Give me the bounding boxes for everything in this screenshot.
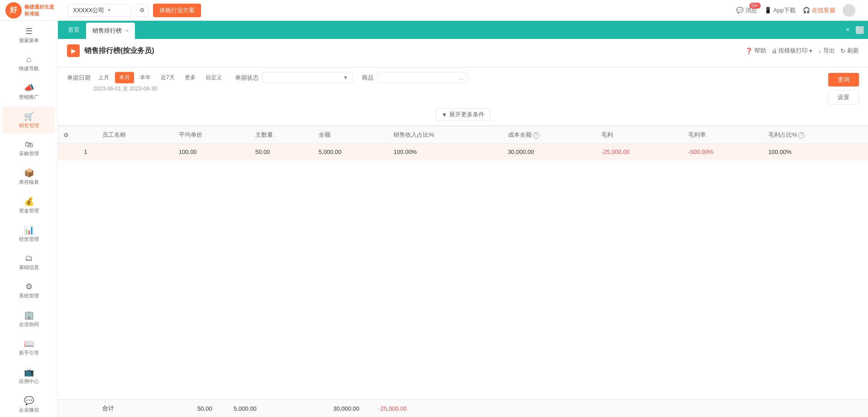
- app-download-button[interactable]: 📱 App下载: [764, 6, 796, 14]
- sidebar-label-quick-nav: 快捷导航: [19, 65, 39, 72]
- sidebar-item-marketing[interactable]: 📣 营销推广: [3, 78, 55, 105]
- app-download-label: App下载: [773, 6, 796, 14]
- online-service-button[interactable]: 🎧 在线客服: [803, 6, 835, 14]
- page-content: ▶ 销售排行榜(按业务员) ❓ 帮助 🖨 按模板打印: [58, 39, 868, 417]
- help-label: 帮助: [754, 47, 766, 55]
- sidebar-item-enterprise-wechat[interactable]: 💬 企业微信: [3, 391, 55, 417]
- gross-pct-hint-icon[interactable]: ?: [798, 132, 805, 139]
- table-header-gross-rate: 毛利率: [683, 126, 763, 144]
- sidebar-label-search-order: 搜索菜单: [19, 37, 39, 44]
- beginner-icon: 📖: [24, 339, 34, 349]
- enterprise-collab-icon: 🏢: [24, 310, 34, 320]
- sidebar-item-sales[interactable]: 🛒 销售管理: [3, 107, 55, 134]
- tab-close-icon[interactable]: ×: [125, 28, 129, 34]
- collapse-toggle-button[interactable]: ▶: [67, 44, 80, 57]
- date-btn-more[interactable]: 更多: [181, 72, 200, 83]
- help-button[interactable]: ❓ 帮助: [745, 47, 766, 55]
- date-btn-this-year[interactable]: 本年: [136, 72, 155, 83]
- expand-label: 展开更多条件: [449, 110, 484, 119]
- sidebar-item-basic-info[interactable]: 🗂 基础信息: [3, 249, 55, 275]
- tab-bar: 首页 销售排行榜 × × ⬜: [58, 21, 868, 39]
- export-button[interactable]: ↓ 导出: [819, 47, 835, 55]
- date-btn-this-month[interactable]: 本月: [115, 72, 134, 83]
- sidebar-item-finance[interactable]: 💰 资金管理: [3, 192, 55, 219]
- marketing-icon: 📣: [24, 83, 34, 93]
- sidebar: ☰ 搜索菜单 ⌂ 快捷导航 📣 营销推广 🛒 销售管理 🛍 采购管理 📦 库: [0, 21, 58, 417]
- page-title: 销售排行榜(按业务员): [84, 46, 154, 56]
- collapse-icon: ▶: [71, 47, 76, 54]
- user-avatar[interactable]: [843, 4, 855, 17]
- expand-more-button[interactable]: ▼ 展开更多条件: [436, 108, 490, 121]
- company-selector[interactable]: XXXXX公司 ▼: [68, 4, 131, 17]
- row-sales-pct: 100.00%: [388, 144, 502, 160]
- sidebar-label-purchase: 采购管理: [19, 150, 39, 157]
- print-label: 按模板打印: [778, 47, 808, 55]
- table-row: 1 100.00 50.00 5,000.00 100.00% 30,000.0…: [58, 144, 868, 160]
- row-avg-price: 100.00: [173, 144, 250, 160]
- date-btn-last-month[interactable]: 上月: [94, 72, 113, 83]
- sidebar-item-beginner[interactable]: 📖 新手引导: [3, 334, 55, 361]
- date-btn-7days[interactable]: 近7天: [157, 72, 179, 83]
- sidebar-item-inventory[interactable]: 📦 库存核算: [3, 163, 55, 190]
- sidebar-item-search-order[interactable]: ☰ 搜索菜单: [3, 22, 55, 48]
- filter-row: 单据日期 上月 本月 本年 近7天 更多 自定义: [67, 72, 821, 83]
- date-filter-label: 单据日期: [67, 74, 91, 82]
- row-rank: 1: [74, 144, 97, 160]
- date-buttons: 上月 本月 本年 近7天 更多 自定义: [94, 72, 226, 83]
- trial-button[interactable]: 体验行业方案: [153, 4, 201, 17]
- row-cost: 30,000.00: [503, 144, 596, 160]
- online-service-label: 在线客服: [812, 6, 835, 14]
- query-button[interactable]: 查询: [828, 73, 859, 86]
- page-actions: ❓ 帮助 🖨 按模板打印 ▼ ↓ 导出: [745, 47, 859, 55]
- sidebar-item-quick-nav[interactable]: ⌂ 快捷导航: [3, 50, 55, 77]
- help-icon: ❓: [745, 48, 753, 54]
- phone-icon: 📱: [764, 7, 772, 14]
- row-amount: 5,000.00: [313, 144, 388, 160]
- refresh-button[interactable]: ↻ 刷新: [840, 47, 859, 55]
- table-header-amount: 全额: [313, 126, 388, 144]
- date-btn-custom[interactable]: 自定义: [201, 72, 226, 83]
- status-filter-label: 单据状态: [235, 74, 259, 82]
- sidebar-label-finance: 资金管理: [19, 207, 39, 214]
- table-header-cost: 成本全额?: [503, 126, 596, 144]
- sidebar-item-system[interactable]: ⚙ 系统管理: [3, 277, 55, 304]
- status-select[interactable]: ▼: [262, 72, 353, 83]
- message-button[interactable]: 💬 消息 99+: [736, 6, 757, 14]
- table-header-name: 员工名称: [97, 126, 173, 144]
- data-table: ⚙ 员工名称 平均单价 主数量 全额 销售收入占比% 成本全额? 毛利 毛利率: [58, 126, 868, 160]
- content-area: 首页 销售排行榜 × × ⬜ ▶: [58, 21, 868, 417]
- print-button[interactable]: 🖨 按模板打印 ▼: [772, 47, 813, 55]
- tab-sales-ranking[interactable]: 销售排行榜 ×: [86, 23, 135, 39]
- page-title-row: ▶ 销售排行榜(按业务员) ❓ 帮助 🖨 按模板打印: [67, 44, 859, 57]
- enterprise-wechat-icon: 💬: [24, 396, 34, 406]
- summary-cost: 30,000.00: [333, 405, 379, 412]
- sidebar-label-operations: 经营管理: [19, 236, 39, 243]
- tab-bar-right: × ⬜: [846, 26, 864, 34]
- topbar-settings-button[interactable]: ⚙: [136, 4, 149, 17]
- sidebar-item-enterprise-collab[interactable]: 🏢 企业协同: [3, 306, 55, 332]
- purchase-icon: 🛍: [25, 140, 33, 149]
- goods-input[interactable]: ...: [377, 72, 468, 83]
- headset-icon: 🎧: [803, 7, 810, 14]
- sidebar-label-sales: 销售管理: [19, 122, 39, 129]
- tab-home[interactable]: 首页: [62, 21, 86, 39]
- operations-icon: 📊: [24, 225, 34, 235]
- search-order-icon: ☰: [25, 26, 33, 36]
- tab-minimize-icon[interactable]: ×: [846, 26, 850, 34]
- row-gross-pct: 100.00%: [763, 144, 868, 160]
- settings-button[interactable]: 设置: [828, 90, 859, 105]
- goods-input-ellipsis: ...: [459, 74, 464, 81]
- print-dropdown-arrow: ▼: [809, 48, 813, 53]
- sidebar-item-app-center[interactable]: 📺 应用中心: [3, 363, 55, 389]
- tab-maximize-icon[interactable]: ⬜: [855, 26, 864, 34]
- summary-amount: 5,000.00: [234, 405, 279, 412]
- sidebar-label-inventory: 库存核算: [19, 179, 39, 186]
- table-header-gross-pct: 毛利占比%?: [763, 126, 868, 144]
- cost-hint-icon[interactable]: ?: [533, 132, 539, 139]
- table-header-settings[interactable]: ⚙: [58, 126, 74, 144]
- sidebar-label-basic-info: 基础信息: [19, 264, 39, 271]
- sidebar-item-operations[interactable]: 📊 经营管理: [3, 220, 55, 247]
- sidebar-item-purchase[interactable]: 🛍 采购管理: [3, 135, 55, 162]
- logo-area: 好 畅捷通好生意 标准版: [5, 2, 63, 19]
- logo-icon: 好: [5, 2, 22, 19]
